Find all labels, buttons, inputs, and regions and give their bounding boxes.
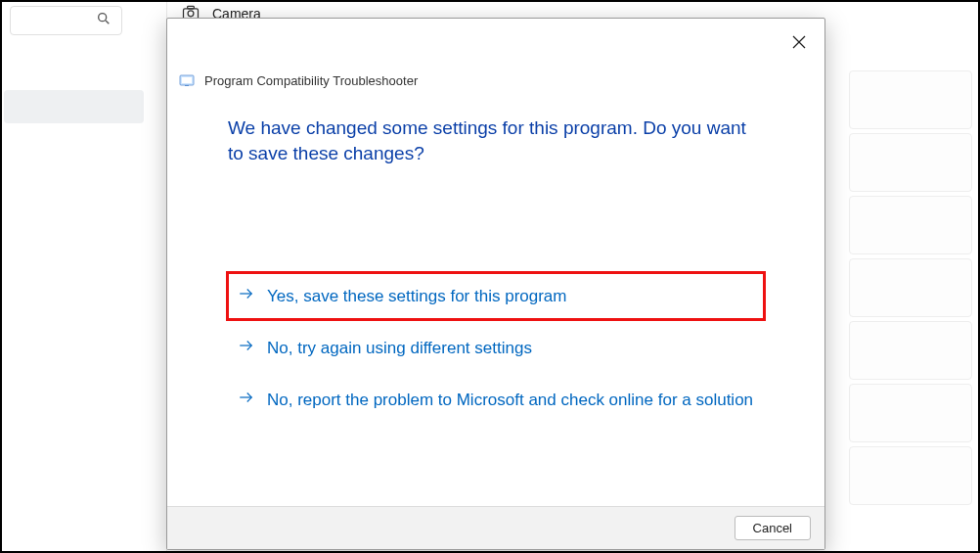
search-box[interactable] <box>10 6 122 35</box>
dialog-title: Program Compatibility Troubleshooter <box>204 73 418 88</box>
svg-rect-8 <box>182 77 192 83</box>
dialog-footer: Cancel <box>167 506 824 549</box>
compatibility-troubleshooter-dialog: Program Compatibility Troubleshooter We … <box>166 18 825 550</box>
svg-rect-4 <box>188 6 195 9</box>
sidebar-selected-item[interactable] <box>4 90 144 123</box>
close-icon <box>792 35 806 53</box>
arrow-right-icon <box>238 337 255 359</box>
dialog-header: Program Compatibility Troubleshooter <box>167 19 824 88</box>
arrow-right-icon <box>238 389 255 411</box>
option-label: Yes, save these settings for this progra… <box>267 287 566 306</box>
svg-line-1 <box>106 21 109 23</box>
troubleshooter-icon <box>179 72 195 88</box>
list-item[interactable] <box>849 446 972 505</box>
list-item[interactable] <box>849 133 972 192</box>
svg-point-0 <box>99 14 107 22</box>
bg-list <box>849 70 972 505</box>
dialog-body: We have changed some settings for this p… <box>167 88 824 506</box>
svg-point-3 <box>188 10 194 16</box>
option-label: No, try again using different settings <box>267 339 532 358</box>
cancel-button[interactable]: Cancel <box>735 516 811 540</box>
arrow-right-icon <box>238 285 255 307</box>
list-item[interactable] <box>849 70 972 129</box>
list-item[interactable] <box>849 258 972 317</box>
dialog-heading: We have changed some settings for this p… <box>228 115 764 165</box>
list-item[interactable] <box>849 196 972 254</box>
list-item[interactable] <box>849 384 972 442</box>
option-try-again[interactable]: No, try again using different settings <box>228 325 764 371</box>
search-icon <box>96 11 111 30</box>
option-label: No, report the problem to Microsoft and … <box>267 391 753 410</box>
close-button[interactable] <box>787 32 811 56</box>
option-report-problem[interactable]: No, report the problem to Microsoft and … <box>228 377 764 423</box>
option-yes-save[interactable]: Yes, save these settings for this progra… <box>228 273 764 319</box>
list-item[interactable] <box>849 321 972 380</box>
